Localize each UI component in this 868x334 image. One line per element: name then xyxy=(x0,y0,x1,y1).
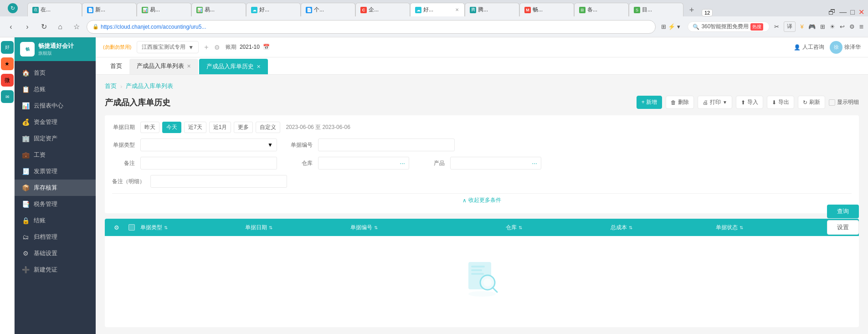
tab-8[interactable]: ☁ 好... ✕ xyxy=(410,3,465,16)
forward-button[interactable]: › xyxy=(21,21,34,33)
currency-icon[interactable]: ¥ xyxy=(800,23,803,30)
tab-3[interactable]: 📊 易... xyxy=(137,3,191,16)
minimize-btn[interactable]: — xyxy=(839,8,847,16)
reload-button[interactable]: ↻ xyxy=(37,21,50,33)
refresh-button[interactable]: ↻ 刷新 xyxy=(798,96,825,109)
table-select-all[interactable] xyxy=(125,224,139,231)
page-tab-history-close[interactable]: ✕ xyxy=(257,64,261,70)
table-settings-btn[interactable]: ⚙ xyxy=(108,224,125,231)
home-button[interactable]: ⌂ xyxy=(54,21,67,33)
bookmark-button[interactable]: ☆ xyxy=(70,21,83,33)
show-detail-toggle[interactable]: 显示明细 xyxy=(829,98,859,106)
export-button[interactable]: ⬇ 导出 xyxy=(767,96,794,109)
remark-input[interactable] xyxy=(140,157,277,170)
type-select[interactable]: ▼ xyxy=(140,139,277,151)
app-icon-1[interactable]: 好 xyxy=(1,41,14,54)
query-button[interactable]: 查询 xyxy=(827,205,859,218)
page-tab-list[interactable]: 产成品入库单列表 ✕ xyxy=(129,59,198,74)
date-7days[interactable]: 近7天 xyxy=(184,122,206,133)
sidebar-item-invoice[interactable]: 🧾 发票管理 xyxy=(15,163,96,180)
date-1month[interactable]: 近1月 xyxy=(209,122,231,133)
show-detail-checkbox[interactable] xyxy=(829,99,835,106)
date-yesterday[interactable]: 昨天 xyxy=(140,122,159,133)
sidebar-item-closing[interactable]: 🔒 结账 xyxy=(15,212,96,229)
translate-icon[interactable]: 译 xyxy=(784,21,796,32)
calendar-icon[interactable]: 📅 xyxy=(263,44,270,50)
game-icon[interactable]: 🎮 xyxy=(808,23,816,30)
th-warehouse[interactable]: 仓库 ⇅ xyxy=(504,224,609,231)
tab-12[interactable]: S 目... xyxy=(629,3,683,16)
date-today[interactable]: 今天 xyxy=(162,122,181,133)
product-dots-icon[interactable]: ··· xyxy=(532,159,537,167)
detail-remark-input[interactable] xyxy=(150,175,287,188)
new-tab-button[interactable]: + xyxy=(685,4,698,16)
tab-10[interactable]: M 畅... xyxy=(519,3,574,16)
sidebar-item-newbill[interactable]: ➕ 新建凭证 xyxy=(15,262,96,278)
undo-icon[interactable]: ↩ xyxy=(840,23,845,30)
th-type[interactable]: 单据类型 ⇅ xyxy=(139,224,243,231)
product-select[interactable]: ··· xyxy=(450,157,541,170)
settings-icon[interactable]: ⚙ xyxy=(849,23,855,30)
tab-8-close[interactable]: ✕ xyxy=(454,7,460,13)
app-icon-4[interactable]: ✉ xyxy=(1,90,14,103)
page-tab-list-close[interactable]: ✕ xyxy=(187,63,191,69)
sidebar-item-home[interactable]: 🏠 首页 xyxy=(15,65,96,81)
delete-button[interactable]: 🗑 删除 xyxy=(666,96,694,109)
sidebar-item-tax[interactable]: 📑 税务管理 xyxy=(15,196,96,212)
setting-query-button[interactable]: 设置 xyxy=(827,220,859,235)
date-custom[interactable]: 自定义 xyxy=(256,122,280,133)
user-avatar[interactable]: 徐 xyxy=(830,41,842,54)
sidebar-item-settings[interactable]: ⚙ 基础设置 xyxy=(15,245,96,262)
restore-btn[interactable]: 🗗 xyxy=(828,8,836,16)
extensions-btn[interactable]: ⊞ xyxy=(661,23,666,30)
close-btn[interactable]: ✕ xyxy=(858,8,864,16)
warehouse-select[interactable]: ··· xyxy=(318,157,409,170)
app-icon-3[interactable]: 微 xyxy=(1,74,14,87)
sidebar-item-archive[interactable]: 🗂 归档管理 xyxy=(15,229,96,245)
th-number[interactable]: 单据编号 ⇅ xyxy=(349,224,504,231)
company-settings-icon[interactable]: ⚙ xyxy=(214,44,220,51)
page-tab-home[interactable]: 首页 xyxy=(103,59,129,74)
sidebar-item-funds[interactable]: 💰 资金管理 xyxy=(15,114,96,130)
tab-6[interactable]: 📄 个... xyxy=(301,3,355,16)
back-button[interactable]: ‹ xyxy=(5,21,17,33)
add-company-btn[interactable]: + xyxy=(204,43,208,51)
print-button[interactable]: 🖨 打印 ▼ xyxy=(698,96,732,109)
tab-1[interactable]: 在 在... xyxy=(27,3,82,16)
warehouse-dots-icon[interactable]: ··· xyxy=(400,159,405,167)
collapse-bar[interactable]: ∧ 收起更多条件 xyxy=(112,193,852,207)
tab-4[interactable]: 📊 易... xyxy=(191,3,246,16)
ai-consult-btn[interactable]: 👤 人工咨询 xyxy=(794,43,824,51)
tab-7[interactable]: C 企... xyxy=(355,3,410,16)
search-text[interactable]: 360智能抠图免费用 xyxy=(701,23,749,31)
sidebar-item-salary[interactable]: 💼 工资 xyxy=(15,147,96,163)
th-status[interactable]: 单据状态 ⇅ xyxy=(714,224,819,231)
tab-2[interactable]: 📄 新... xyxy=(82,3,137,16)
th-cost[interactable]: 总成本 ⇅ xyxy=(609,224,714,231)
sidebar-item-inventory[interactable]: 📦 库存核算 xyxy=(15,180,96,196)
app-icon-2[interactable]: ★ xyxy=(1,57,14,70)
tab-9[interactable]: 腾 腾... xyxy=(465,3,519,16)
lightning-btn[interactable]: ⚡ xyxy=(668,23,675,30)
tab-11[interactable]: ⊞ 各... xyxy=(574,3,629,16)
brightness-icon[interactable]: ☀ xyxy=(830,23,835,30)
cut-icon[interactable]: ✂ xyxy=(774,23,779,30)
sidebar-item-fixed[interactable]: 🏢 固定资产 xyxy=(15,130,96,147)
sidebar-item-ledger[interactable]: 📋 总账 xyxy=(15,81,96,98)
breadcrumb-home[interactable]: 首页 xyxy=(105,82,117,90)
tab-5[interactable]: ☁ 好... xyxy=(246,3,301,16)
th-date[interactable]: 单据日期 ⇅ xyxy=(243,224,348,231)
grid-icon[interactable]: ⊞ xyxy=(820,23,825,30)
more-btn[interactable]: ▾ xyxy=(677,23,680,30)
address-input[interactable]: 🔒 https://cloud.chanjet.com/accounting/u… xyxy=(87,20,656,34)
maximize-btn[interactable]: □ xyxy=(850,8,855,16)
sidebar-item-reports[interactable]: 📊 云报表中心 xyxy=(15,98,96,114)
add-button[interactable]: + 新增 xyxy=(637,96,662,109)
breadcrumb-list[interactable]: 产成品入库单列表 xyxy=(126,82,173,90)
number-input[interactable] xyxy=(318,139,455,151)
date-more[interactable]: 更多 xyxy=(234,122,253,133)
company-selector[interactable]: 江西服宝测试专用 ▼ xyxy=(137,41,199,53)
page-tab-history[interactable]: 产成品入库单历史 ✕ xyxy=(199,59,268,74)
import-button[interactable]: ⬆ 导入 xyxy=(736,96,763,109)
menu-icon[interactable]: ≡ xyxy=(859,23,863,31)
